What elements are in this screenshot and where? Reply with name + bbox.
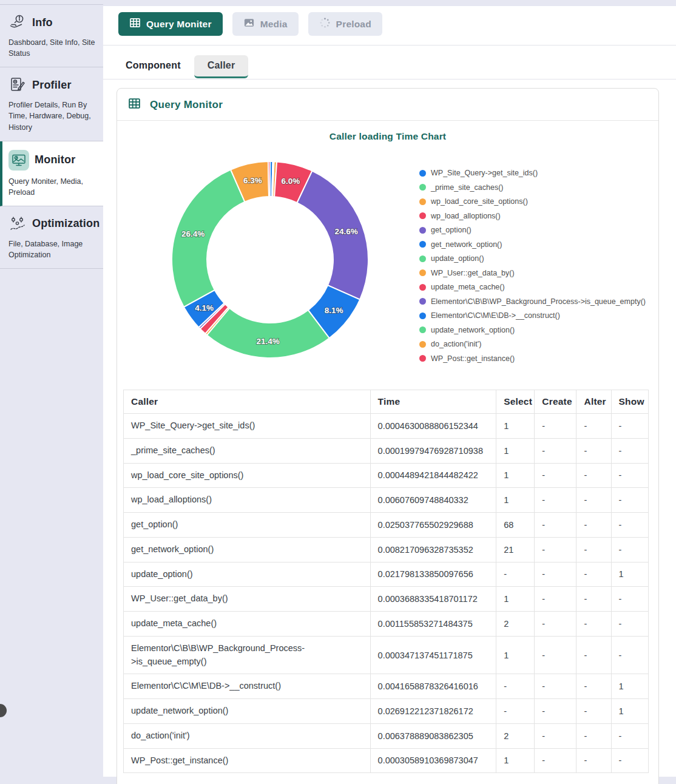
cell-caller: Elementor\C\B\B\WP_Background_Process->i… bbox=[124, 636, 371, 674]
legend-item[interactable]: get_network_option() bbox=[419, 240, 646, 249]
cell-caller: wp_load_alloptions() bbox=[124, 488, 371, 513]
cell-time: 0.00019979476928710938 bbox=[370, 438, 496, 463]
legend-label: update_network_option() bbox=[431, 326, 515, 334]
sidebar-item-optimization[interactable]: Optimization File, Database, Image Optim… bbox=[0, 206, 103, 269]
cell-select: - bbox=[496, 699, 535, 724]
legend-item[interactable]: WP_User::get_data_by() bbox=[419, 269, 646, 277]
sidebar-item-info[interactable]: Info Dashboard, Site Info, Site Status bbox=[0, 4, 103, 67]
table-row: update_meta_cache()0.0011558532714843752… bbox=[124, 612, 649, 637]
column-header: Show bbox=[611, 390, 648, 414]
pie-slice-label: 4.1% bbox=[195, 303, 214, 313]
cell-select: 21 bbox=[496, 537, 535, 562]
cell-caller: update_option() bbox=[124, 562, 371, 587]
cell-show: - bbox=[611, 748, 648, 773]
legend-item[interactable]: wp_load_core_site_options() bbox=[419, 197, 646, 206]
cell-time: 0.000347137451171875 bbox=[370, 636, 496, 674]
cell-time: 0.0004489421844482422 bbox=[370, 463, 496, 488]
legend-label: Elementor\C\B\B\WP_Background_Process->i… bbox=[431, 297, 646, 306]
legend-dot-icon bbox=[419, 198, 426, 205]
cell-create: - bbox=[535, 636, 576, 674]
legend-item[interactable]: Elementor\C\B\B\WP_Background_Process->i… bbox=[419, 297, 646, 306]
cell-alter: - bbox=[576, 562, 611, 587]
cell-create: - bbox=[535, 513, 576, 538]
legend-item[interactable]: _prime_site_caches() bbox=[419, 183, 646, 192]
legend-item[interactable]: WP_Site_Query->get_site_ids() bbox=[419, 169, 646, 177]
cell-show: - bbox=[611, 612, 648, 637]
cell-caller: WP_Post::get_instance() bbox=[124, 748, 371, 773]
network-gears-icon bbox=[8, 215, 27, 233]
legend-dot-icon bbox=[419, 212, 426, 219]
sidebar-item-monitor[interactable]: Monitor Query Moniter, Media, Preload bbox=[0, 141, 103, 206]
legend-dot-icon bbox=[419, 313, 426, 319]
cell-time: 0.021798133850097656 bbox=[370, 562, 496, 587]
cell-select: 2 bbox=[496, 723, 535, 748]
tab-caller[interactable]: Caller bbox=[194, 55, 249, 78]
caller-table: CallerTimeSelectCreateAlterShow WP_Site_… bbox=[123, 390, 649, 773]
cell-show: - bbox=[611, 438, 648, 463]
cell-show: - bbox=[611, 537, 648, 562]
app-root: Info Dashboard, Site Info, Site Status P… bbox=[0, 0, 676, 784]
legend-item[interactable]: wp_load_alloptions() bbox=[419, 212, 646, 220]
panel-footer: Save bbox=[117, 773, 658, 784]
tab-query-monitor[interactable]: Query Moniter bbox=[118, 12, 223, 36]
column-header: Time bbox=[370, 390, 496, 414]
legend-dot-icon bbox=[419, 170, 426, 177]
cell-alter: - bbox=[576, 587, 611, 612]
table-row: WP_Post::get_instance()0.000305891036987… bbox=[124, 748, 649, 773]
legend-item[interactable]: update_network_option() bbox=[419, 326, 646, 334]
pie-slice[interactable] bbox=[207, 308, 330, 358]
legend-label: WP_Post::get_instance() bbox=[431, 354, 515, 363]
cell-create: - bbox=[535, 748, 576, 773]
legend-item[interactable]: update_meta_cache() bbox=[419, 283, 646, 291]
legend-item[interactable]: get_option() bbox=[419, 226, 646, 234]
legend-item[interactable]: update_option() bbox=[419, 254, 646, 263]
legend-label: wp_load_alloptions() bbox=[431, 212, 501, 220]
table-row: update_option()0.021798133850097656---1 bbox=[124, 562, 649, 587]
legend-dot-icon bbox=[419, 326, 426, 333]
sidebar-item-profiler[interactable]: Profiler Profiler Details, Run By Time, … bbox=[0, 67, 103, 141]
sidebar-item-label: Monitor bbox=[35, 154, 75, 166]
tab-media[interactable]: Media bbox=[232, 12, 299, 36]
pie-slice[interactable] bbox=[268, 161, 270, 197]
panel-title: Query Monitor bbox=[150, 99, 223, 111]
legend-label: get_network_option() bbox=[431, 240, 502, 249]
legend-label: wp_load_core_site_options() bbox=[431, 197, 528, 206]
sub-tab-bar: Component Caller bbox=[103, 46, 676, 79]
table-row: wp_load_core_site_options()0.00044894218… bbox=[124, 463, 649, 488]
cell-show: 1 bbox=[611, 674, 648, 699]
hand-info-icon bbox=[8, 13, 27, 32]
tab-component[interactable]: Component bbox=[124, 55, 182, 78]
cell-caller: wp_load_core_site_options() bbox=[124, 463, 371, 488]
pie-slice-label: 21.4% bbox=[256, 337, 279, 346]
legend-dot-icon bbox=[419, 269, 426, 276]
cell-alter: - bbox=[576, 699, 611, 724]
cell-show: 1 bbox=[611, 562, 648, 587]
sidebar: Info Dashboard, Site Info, Site Status P… bbox=[0, 0, 103, 784]
cell-create: - bbox=[535, 463, 576, 488]
legend-dot-icon bbox=[419, 284, 426, 291]
cell-select: 68 bbox=[496, 513, 535, 538]
cell-show: - bbox=[611, 587, 648, 612]
tab-preload[interactable]: Preload bbox=[308, 12, 382, 36]
cell-show: - bbox=[611, 636, 648, 674]
legend-item[interactable]: Elementor\C\C\M\E\DB->__construct() bbox=[419, 311, 646, 320]
legend-item[interactable]: do_action('init') bbox=[419, 340, 646, 348]
cell-alter: - bbox=[576, 488, 611, 513]
legend-label: update_meta_cache() bbox=[431, 283, 505, 291]
main-content: Query Moniter Media bbox=[103, 6, 676, 777]
cell-alter: - bbox=[576, 537, 611, 562]
cell-create: - bbox=[535, 537, 576, 562]
cell-alter: - bbox=[576, 723, 611, 748]
legend-label: WP_User::get_data_by() bbox=[431, 269, 515, 277]
query-monitor-panel: Query Monitor Caller loading Time Chart … bbox=[117, 88, 659, 784]
sidebar-item-label: Optimization bbox=[32, 217, 100, 230]
table-row: get_network_option()0.008217096328735352… bbox=[124, 537, 649, 562]
cell-select: - bbox=[496, 674, 535, 699]
cell-caller: do_action('init') bbox=[124, 723, 371, 748]
legend-item[interactable]: WP_Post::get_instance() bbox=[419, 354, 646, 363]
table-row: WP_User::get_data_by()0.0003688335418701… bbox=[124, 587, 649, 612]
cell-alter: - bbox=[576, 636, 611, 674]
cell-create: - bbox=[535, 438, 576, 463]
pie-slice-label: 24.6% bbox=[334, 227, 357, 236]
cell-select: 1 bbox=[496, 438, 535, 463]
